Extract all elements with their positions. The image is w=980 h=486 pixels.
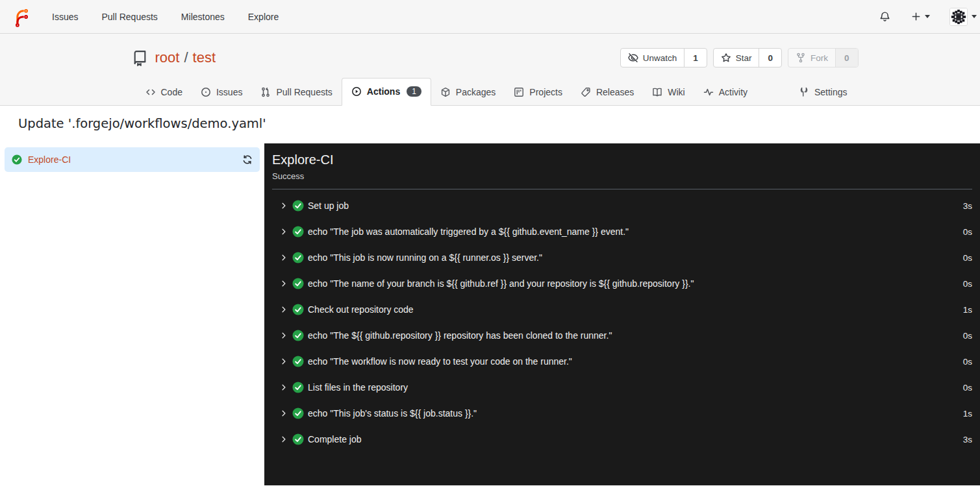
step-duration: 1s	[963, 305, 972, 315]
tab-settings[interactable]: Settings	[790, 79, 853, 106]
chevron-right-icon	[280, 280, 288, 287]
refresh-icon[interactable]	[242, 154, 253, 165]
step-duration: 0s	[963, 357, 972, 367]
step-row[interactable]: echo "This job is now running on a ${{ r…	[264, 245, 980, 271]
repo-header: root / test Unwatch 1	[0, 34, 980, 106]
step-success-icon	[292, 226, 304, 237]
navbar: Issues Pull Requests Milestones Explore	[0, 0, 980, 34]
step-duration: 3s	[963, 201, 972, 211]
step-row[interactable]: echo "The ${{ github.repository }} repos…	[264, 322, 980, 348]
step-row[interactable]: echo "The name of your branch is ${{ git…	[264, 271, 980, 297]
forks-count[interactable]: 0	[835, 49, 858, 67]
step-row[interactable]: Complete job 3s	[264, 426, 980, 452]
repo-action-buttons: Unwatch 1 Star 0	[620, 48, 859, 67]
stars-count[interactable]: 0	[759, 49, 781, 67]
watchers-count[interactable]: 1	[684, 49, 707, 67]
chevron-right-icon	[280, 383, 288, 391]
step-duration: 0s	[963, 279, 972, 289]
step-duration: 0s	[963, 383, 972, 393]
tab-activity[interactable]: Activity	[694, 79, 757, 106]
step-name: echo "The workflow is now ready to test …	[308, 356, 572, 367]
nav-milestones[interactable]: Milestones	[170, 12, 236, 22]
actions-count-badge: 1	[407, 86, 421, 97]
star-icon	[721, 53, 731, 63]
avatar	[949, 8, 968, 26]
run-title: Update '.forgejo/workflows/demo.yaml'	[0, 106, 980, 143]
step-success-icon	[292, 252, 304, 263]
step-row[interactable]: echo "The workflow is now ready to test …	[264, 348, 980, 374]
star-button[interactable]: Star	[714, 49, 759, 67]
step-duration: 1s	[963, 409, 972, 419]
step-success-icon	[292, 200, 304, 212]
nav-issues[interactable]: Issues	[40, 12, 90, 22]
project-board-icon	[514, 87, 524, 97]
eye-off-icon	[628, 53, 638, 63]
tab-releases[interactable]: Releases	[572, 79, 643, 106]
star-button-group: Star 0	[713, 48, 782, 67]
step-success-icon	[292, 407, 304, 419]
chevron-right-icon	[280, 435, 288, 443]
tab-code[interactable]: Code	[136, 79, 192, 106]
forgejo-logo[interactable]	[10, 5, 34, 29]
step-success-icon	[292, 278, 304, 289]
tab-label: Wiki	[668, 87, 685, 97]
job-item-explore-ci[interactable]: Explore-CI	[5, 147, 260, 172]
tab-issues[interactable]: Issues	[192, 79, 251, 106]
jobs-sidebar: Explore-CI	[5, 143, 260, 485]
notifications-bell-icon[interactable]	[879, 11, 890, 22]
fork-button[interactable]: Fork	[788, 49, 835, 67]
chevron-down-icon	[972, 15, 977, 18]
step-name: echo "The ${{ github.repository }} repos…	[308, 330, 612, 341]
step-name: echo "This job is now running on a ${{ r…	[308, 252, 542, 263]
step-name: List files in the repository	[308, 382, 408, 393]
repo-title-separator: /	[184, 49, 188, 66]
fork-button-group: Fork 0	[788, 48, 859, 67]
repo-name-link[interactable]: test	[193, 49, 216, 66]
user-menu[interactable]	[949, 8, 977, 26]
package-icon	[440, 87, 451, 97]
step-name: echo "The name of your branch is ${{ git…	[308, 278, 694, 289]
chevron-down-icon	[925, 15, 930, 18]
navbar-right	[879, 8, 977, 26]
job-log-panel: Explore-CI Success Set up job 3s echo "T…	[264, 143, 980, 485]
step-success-icon	[292, 330, 304, 341]
chevron-right-icon	[280, 306, 288, 313]
chevron-right-icon	[280, 358, 288, 365]
pulse-icon	[703, 87, 714, 97]
tab-wiki[interactable]: Wiki	[643, 79, 694, 106]
tab-actions[interactable]: Actions 1	[342, 78, 431, 106]
step-row[interactable]: List files in the repository 0s	[264, 374, 980, 400]
job-panel-header: Explore-CI Success	[264, 143, 980, 189]
job-status: Success	[272, 171, 972, 189]
step-duration: 3s	[963, 435, 972, 444]
step-row[interactable]: Check out repository code 1s	[264, 297, 980, 322]
step-success-icon	[292, 304, 304, 315]
nav-explore[interactable]: Explore	[236, 12, 290, 22]
step-row[interactable]: echo "The job was automatically triggere…	[264, 219, 980, 245]
create-new-button[interactable]	[911, 12, 930, 21]
step-name: Set up job	[308, 200, 349, 211]
step-name: Complete job	[308, 434, 362, 444]
repo-owner-link[interactable]: root	[155, 49, 180, 66]
chevron-right-icon	[280, 254, 288, 261]
job-name: Explore-CI	[28, 154, 71, 165]
fork-label: Fork	[810, 53, 828, 63]
step-duration: 0s	[963, 331, 972, 341]
code-icon	[145, 87, 156, 97]
book-open-icon	[652, 87, 662, 97]
tab-packages[interactable]: Packages	[431, 79, 505, 106]
tab-label: Projects	[529, 87, 562, 97]
unwatch-button[interactable]: Unwatch	[621, 49, 685, 67]
watch-button-group: Unwatch 1	[620, 48, 707, 67]
step-row[interactable]: echo "This job's status is ${{ job.statu…	[264, 400, 980, 426]
tab-projects[interactable]: Projects	[505, 79, 572, 106]
chevron-right-icon	[280, 228, 288, 236]
tab-label: Actions	[367, 86, 400, 97]
tab-pull-requests[interactable]: Pull Requests	[251, 79, 341, 106]
nav-pull-requests[interactable]: Pull Requests	[90, 12, 169, 22]
step-success-icon	[292, 433, 304, 445]
repo-book-icon	[132, 50, 148, 66]
step-name: echo "This job's status is ${{ job.statu…	[308, 408, 477, 419]
step-row[interactable]: Set up job 3s	[264, 193, 980, 219]
tab-label: Pull Requests	[276, 87, 332, 97]
